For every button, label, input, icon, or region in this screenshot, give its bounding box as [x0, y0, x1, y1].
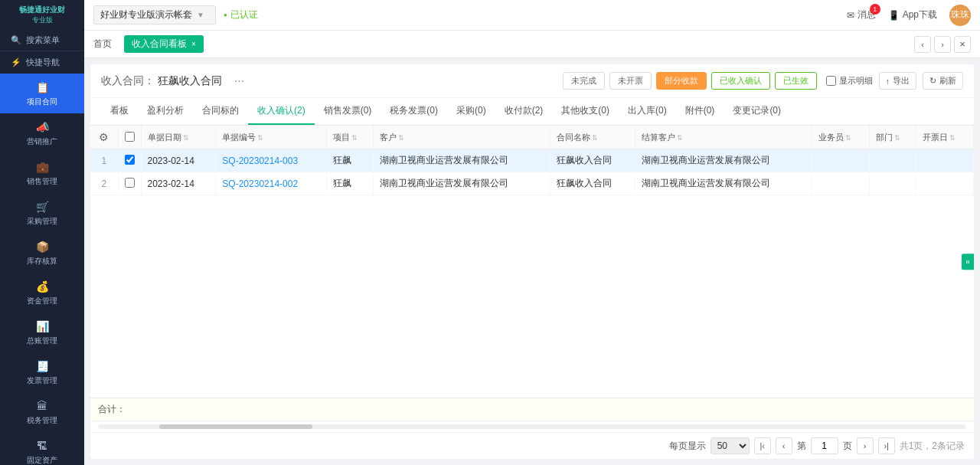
tab-warehouse[interactable]: 出入库(0) [619, 98, 676, 125]
row1-project: 狂飙 [326, 149, 373, 172]
show-detail-label: 显示明细 [839, 75, 873, 87]
sidebar-item-search[interactable]: 🔍 搜索菜单 [0, 30, 84, 51]
nav-close-button[interactable]: × [954, 36, 971, 53]
row1-number-link[interactable]: SQ-20230214-003 [222, 156, 298, 166]
tab-tax-invoice[interactable]: 税务发票(0) [381, 98, 447, 125]
company-selector[interactable]: 好业财专业版演示帐套 ▼ [93, 5, 216, 25]
header-actions: 显示明细 ↑ 导出 ↻ 刷新 [826, 72, 964, 90]
row2-checkbox[interactable] [118, 172, 141, 195]
tab-other-income[interactable]: 其他收支(0) [552, 98, 619, 125]
col-number[interactable]: 单据编号⇅ [216, 126, 326, 149]
sidebar-item-fixed-assets[interactable]: 🏗 固定资产 [0, 432, 84, 465]
row1-number[interactable]: SQ-20230214-003 [216, 149, 326, 172]
breadcrumb-tab-income-contract[interactable]: 收入合同看板 × [124, 35, 204, 53]
sidebar-item-marketing[interactable]: 📣 营销推广 [0, 113, 84, 153]
status-btn-confirmed[interactable]: 已收入确认 [711, 72, 770, 90]
row1-department [869, 149, 916, 172]
row2-department [869, 172, 916, 195]
page-last-button[interactable]: ›| [878, 437, 895, 454]
settings-icon[interactable]: ⚙ [99, 131, 109, 143]
sidebar-item-purchase[interactable]: 🛒 采购管理 [0, 193, 84, 233]
scrollbar-thumb[interactable] [159, 424, 312, 429]
app-download-button[interactable]: 📱 App下载 [888, 8, 937, 21]
col-contract-name[interactable]: 合同名称⇅ [550, 126, 635, 149]
user-avatar[interactable]: 珠珠 [949, 5, 971, 26]
row2-select-checkbox[interactable] [125, 178, 135, 188]
row1-checkbox[interactable] [118, 149, 141, 172]
status-btn-partial-receipt[interactable]: 部分收款 [656, 72, 707, 90]
refresh-button[interactable]: ↻ 刷新 [923, 72, 963, 90]
per-page-select[interactable]: 50 100 200 [710, 437, 750, 454]
tab-profit[interactable]: 盈利分析 [138, 98, 193, 125]
page-number-input[interactable] [811, 437, 838, 454]
tab-sales-invoice[interactable]: 销售发票(0) [315, 98, 381, 125]
col-settings[interactable]: ⚙ [90, 126, 118, 149]
message-button[interactable]: ✉ 1 消息 [847, 8, 876, 21]
tabs-bar: 看板 盈利分析 合同标的 收入确认(2) 销售发票(0) 税务发票(0) 采购(… [90, 98, 974, 126]
nav-next-button[interactable]: › [934, 36, 951, 53]
row2-settle-customer: 湖南卫视商业运营发展有限公司 [635, 172, 812, 195]
breadcrumb-tab-close[interactable]: × [191, 40, 196, 48]
tab-purchase[interactable]: 采购(0) [447, 98, 495, 125]
nav-prev-button[interactable]: ‹ [914, 36, 931, 53]
status-btn-incomplete[interactable]: 未完成 [563, 72, 605, 90]
tab-contract-subject[interactable]: 合同标的 [193, 98, 248, 125]
refresh-icon: ↻ [929, 76, 936, 86]
row2-number-link[interactable]: SQ-20230214-002 [222, 178, 298, 189]
col-project[interactable]: 项目⇅ [326, 126, 373, 149]
col-department[interactable]: 部门⇅ [869, 126, 916, 149]
right-float-action[interactable]: ≡ [962, 254, 974, 270]
sales-icon: 💼 [34, 159, 50, 175]
show-detail-checkbox-label[interactable]: 显示明细 [826, 72, 873, 90]
col-salesperson[interactable]: 业务员⇅ [812, 126, 869, 149]
page-prev-button[interactable]: ‹ [776, 437, 792, 454]
tab-receipt[interactable]: 收付款(2) [495, 98, 553, 125]
export-button[interactable]: ↑ 导出 [879, 72, 917, 90]
sidebar-item-inventory[interactable]: 📦 库存核算 [0, 233, 84, 273]
sidebar: 畅捷通好业财 专业版 🔍 搜索菜单 ⚡ 快捷导航 📋 项目合同 📣 营销推广 💼… [0, 0, 84, 465]
tab-change-log[interactable]: 变更记录(0) [724, 98, 790, 125]
sidebar-item-sales[interactable]: 💼 销售管理 [0, 153, 84, 193]
tab-dashboard[interactable]: 看板 [101, 98, 138, 125]
status-btn-uninvoiced[interactable]: 未开票 [609, 72, 652, 90]
sidebar-item-capital-label: 资金管理 [27, 296, 57, 306]
page-first-button[interactable]: |‹ [754, 437, 771, 454]
sidebar-item-invoice[interactable]: 🧾 发票管理 [0, 352, 84, 392]
table-row[interactable]: 1 2023-02-14 SQ-20230214-003 狂飙 湖南卫视商业运营… [90, 149, 974, 172]
table-row[interactable]: 2 2023-02-14 SQ-20230214-002 狂飙 湖南卫视商业运营… [90, 172, 974, 195]
row2-num: 2 [90, 172, 118, 195]
sidebar-item-quicknav[interactable]: ⚡ 快捷导航 [0, 51, 84, 74]
sidebar-item-capital[interactable]: 💰 资金管理 [0, 273, 84, 313]
col-number-label: 单据编号 [222, 133, 256, 142]
breadcrumb-home[interactable]: 首页 [93, 38, 112, 51]
status-btn-effective[interactable]: 已生效 [775, 72, 817, 90]
row1-select-checkbox[interactable] [125, 155, 135, 165]
col-salesperson-label: 业务员 [818, 133, 844, 142]
contract-more-button[interactable]: ··· [234, 74, 244, 88]
sidebar-item-ledger[interactable]: 📊 总账管理 [0, 313, 84, 352]
row1-salesperson [812, 149, 869, 172]
col-customer[interactable]: 客户⇅ [374, 126, 550, 149]
tab-income-confirm[interactable]: 收入确认(2) [248, 98, 315, 125]
row2-number[interactable]: SQ-20230214-002 [216, 172, 326, 195]
tab-attachments[interactable]: 附件(0) [676, 98, 724, 125]
status-buttons: 未完成 未开票 部分收款 已收入确认 已生效 [563, 72, 817, 90]
row2-invoice-date [916, 172, 974, 195]
show-detail-checkbox[interactable] [826, 76, 836, 86]
page-content: 收入合同： 狂飙收入合同 ··· 未完成 未开票 部分收款 已收入确认 已生效 … [90, 64, 974, 459]
select-all-checkbox[interactable] [125, 132, 135, 142]
col-date-label: 单据日期 [148, 133, 181, 142]
sidebar-item-tax[interactable]: 🏛 税务管理 [0, 392, 84, 432]
scrollbar-track[interactable] [98, 424, 966, 429]
col-invoice-date[interactable]: 开票日⇅ [916, 126, 974, 149]
certified-badge: 已认证 [224, 8, 258, 21]
purchase-icon: 🛒 [34, 199, 50, 214]
col-date[interactable]: 单据日期⇅ [141, 126, 216, 149]
scrollbar-row [90, 421, 974, 432]
col-settle-customer[interactable]: 结算客户⇅ [635, 126, 812, 149]
app-download-label: App下载 [903, 8, 937, 21]
sidebar-item-invoice-label: 发票管理 [27, 375, 57, 386]
page-next-button[interactable]: › [857, 437, 874, 454]
sidebar-item-project-contract[interactable]: 📋 项目合同 [0, 74, 84, 113]
col-checkbox[interactable] [118, 126, 141, 149]
